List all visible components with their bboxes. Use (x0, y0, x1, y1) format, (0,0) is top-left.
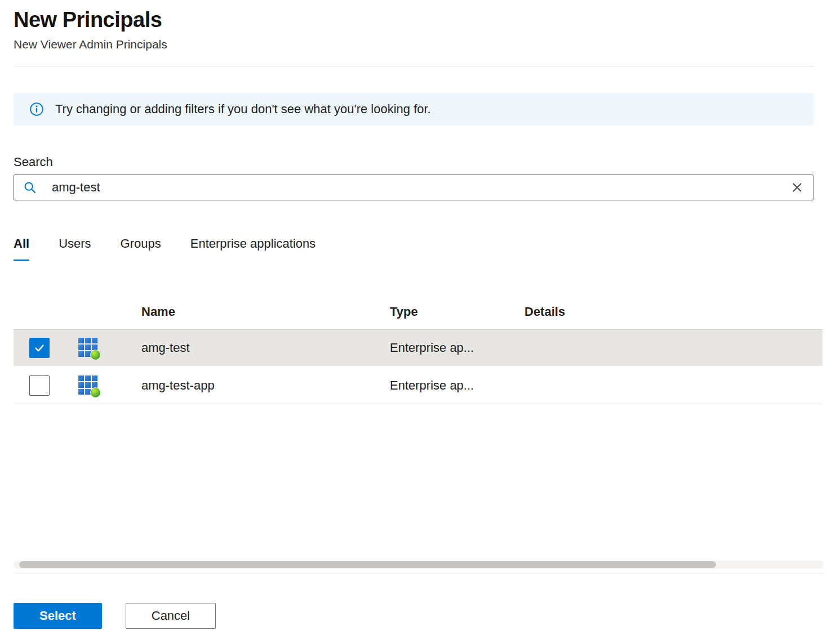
tab-all[interactable]: All (14, 236, 29, 261)
column-header-name[interactable]: Name (141, 305, 390, 319)
row-type: Enterprise ap... (390, 378, 524, 393)
row-type: Enterprise ap... (390, 341, 524, 355)
enterprise-application-icon (78, 338, 99, 358)
row-name: amg-test-app (141, 378, 390, 393)
search-icon (23, 181, 37, 194)
footer-divider (14, 574, 824, 574)
column-header-details[interactable]: Details (524, 305, 822, 319)
close-icon (790, 181, 804, 194)
column-header-type[interactable]: Type (390, 305, 524, 319)
tab-enterprise-applications[interactable]: Enterprise applications (190, 236, 316, 261)
globe-badge-icon (91, 388, 100, 397)
info-banner-text: Try changing or adding filters if you do… (55, 102, 431, 117)
principals-table: Name Type Details amg-test Enterprise ap… (14, 294, 822, 404)
row-checkbox[interactable] (29, 375, 50, 396)
footer-actions: Select Cancel (14, 603, 216, 629)
header-divider (14, 66, 813, 66)
row-name: amg-test (141, 341, 390, 355)
info-icon (29, 102, 44, 117)
page-subtitle: New Viewer Admin Principals (14, 38, 813, 51)
clear-search-button[interactable] (788, 178, 806, 196)
new-principals-panel: New Principals New Viewer Admin Principa… (0, 0, 827, 644)
select-button[interactable]: Select (14, 603, 102, 629)
checkmark-icon (33, 342, 46, 354)
info-banner: Try changing or adding filters if you do… (14, 93, 813, 126)
enterprise-application-icon (78, 375, 99, 396)
tab-users[interactable]: Users (59, 236, 91, 261)
table-row[interactable]: amg-test-app Enterprise ap... (14, 367, 822, 404)
globe-badge-icon (91, 350, 100, 360)
horizontal-scrollbar[interactable] (14, 561, 824, 569)
search-input[interactable] (52, 180, 788, 195)
cancel-button[interactable]: Cancel (126, 603, 216, 629)
search-box[interactable] (14, 175, 813, 200)
table-header: Name Type Details (14, 294, 822, 330)
page-title: New Principals (14, 8, 813, 32)
scrollbar-thumb[interactable] (19, 561, 716, 568)
tab-bar: All Users Groups Enterprise applications (14, 236, 813, 261)
table-row[interactable]: amg-test Enterprise ap... (14, 330, 822, 367)
tab-groups[interactable]: Groups (121, 236, 161, 261)
search-label: Search (14, 155, 813, 169)
row-checkbox[interactable] (29, 338, 50, 358)
